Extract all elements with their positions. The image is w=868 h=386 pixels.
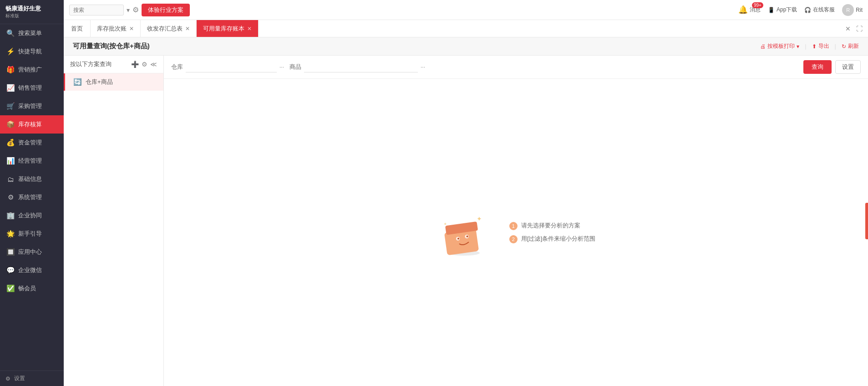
sidebar-label-vip: 畅会员 (18, 284, 36, 293)
search-input[interactable] (69, 5, 124, 15)
onboarding-icon: 🌟 (6, 230, 15, 238)
sidebar-label-system: 系统管理 (18, 193, 42, 201)
sidebar-item-search[interactable]: 🔍 搜索菜单 (0, 24, 64, 42)
filter-panel: 按以下方案查询 ➕ ⚙ ≪ 🔄 仓库+商品 (64, 56, 164, 386)
query-bar: 仓库 ··· 商品 ··· 查询 设置 (164, 56, 868, 79)
sidebar-item-system[interactable]: ⚙ 系统管理 (0, 188, 64, 206)
filter-config-button[interactable]: ⚙ (142, 61, 147, 68)
settings-button[interactable]: 设置 (835, 60, 861, 74)
print-button[interactable]: 🖨 按模板打印 ▾ (760, 42, 799, 50)
sidebar-item-basic-info[interactable]: 🗂 基础信息 (0, 170, 64, 188)
tab-label-receive-summary: 收发存汇总表 (147, 25, 183, 33)
sidebar-label-basic-info: 基础信息 (18, 175, 42, 183)
sidebar-item-onboarding[interactable]: 🌟 新手引导 (0, 225, 64, 243)
filter-add-button[interactable]: ➕ (131, 61, 139, 68)
filter-header: 按以下方案查询 ➕ ⚙ ≪ (64, 56, 163, 73)
sidebar-label-wechat: 企业微信 (18, 266, 42, 274)
sidebar-settings[interactable]: ⚙ 设置 (0, 371, 64, 386)
tip-text-1: 请先选择要分析的方案 (521, 221, 580, 230)
marketing-icon: 🎁 (6, 66, 15, 74)
main-content: 仓库 ··· 商品 ··· 查询 设置 (164, 56, 868, 386)
page-title: 可用量查询(按仓库+商品) (73, 42, 150, 51)
settings-topbar-icon[interactable]: ⚙ (132, 5, 139, 14)
dropdown-icon[interactable]: ▾ (127, 6, 130, 14)
sidebar-item-inventory[interactable]: 📦 库存核算 (0, 115, 64, 134)
tab-receive-summary[interactable]: 收发存汇总表✕ (141, 20, 197, 37)
app-label: App下载 (777, 6, 797, 14)
filter-scheme-item[interactable]: 🔄 仓库+商品 (64, 73, 163, 91)
warehouse-more-button[interactable]: ··· (279, 64, 284, 70)
industry-solution-button[interactable]: 体验行业方案 (142, 4, 190, 16)
sidebar-label-sales-mgmt: 销售管理 (18, 84, 42, 92)
empty-illustration: ✦ ✦ (437, 205, 491, 260)
sidebar-item-marketing[interactable]: 🎁 营销推广 (0, 61, 64, 79)
tab-close-all-button[interactable]: ✕ (843, 24, 853, 33)
sidebar-label-enterprise: 企业协同 (18, 211, 42, 220)
wechat-icon: 💬 (6, 266, 15, 274)
basic-info-icon: 🗂 (6, 175, 15, 183)
service-label: 在线客服 (813, 6, 835, 14)
sidebar-label-app-center: 应用中心 (18, 248, 42, 256)
operations-icon: 📊 (6, 157, 15, 165)
query-button[interactable]: 查询 (803, 60, 832, 74)
sidebar-item-enterprise[interactable]: 🏢 企业协同 (0, 206, 64, 225)
goods-more-button[interactable]: ··· (421, 64, 425, 70)
user-name: Rit (856, 7, 863, 13)
empty-tips: 1 请先选择要分析的方案 2 用[过滤]条件来缩小分析范围 (509, 221, 595, 243)
filter-collapse-button[interactable]: ≪ (150, 61, 157, 68)
enterprise-icon: 🏢 (6, 211, 15, 220)
print-chevron-icon: ▾ (797, 43, 799, 50)
refresh-label: 刷新 (848, 42, 859, 50)
sidebar-label-marketing: 营销推广 (18, 66, 42, 74)
sidebar-item-operations[interactable]: 📊 经营管理 (0, 152, 64, 170)
sidebar-item-shortcut[interactable]: ⚡ 快捷导航 (0, 42, 64, 61)
app-icon: 📱 (768, 7, 775, 13)
tab-close-batch-account[interactable]: ✕ (129, 26, 134, 32)
export-button[interactable]: ⬆ 导出 (812, 42, 829, 50)
app-center-icon: 🔲 (6, 248, 15, 256)
filter-scheme-icon: 🔄 (73, 78, 82, 86)
shortcut-icon: ⚡ (6, 47, 15, 56)
tab-batch-account[interactable]: 库存批次账✕ (91, 20, 141, 37)
empty-state: ✦ ✦ 1 请先选择要分析的方案 2 用[过滤]条件来缩小分析范围 (164, 79, 868, 386)
tab-close-receive-summary[interactable]: ✕ (185, 26, 190, 32)
tab-close-available-qty[interactable]: ✕ (247, 26, 252, 32)
sidebar-label-shortcut: 快捷导航 (18, 47, 42, 56)
print-icon: 🖨 (760, 43, 766, 50)
sidebar-item-app-center[interactable]: 🔲 应用中心 (0, 243, 64, 261)
goods-input[interactable] (304, 62, 418, 72)
sidebar-settings-label: 设置 (14, 375, 25, 382)
app-download-button[interactable]: 📱 App下载 (768, 6, 797, 14)
user-menu[interactable]: R Rit (842, 4, 863, 16)
export-label: 导出 (818, 42, 829, 50)
sidebar-label-purchase-mgmt: 采购管理 (18, 102, 42, 110)
topbar-left: ▾ ⚙ 体验行业方案 (69, 4, 735, 16)
warehouse-input[interactable] (186, 62, 277, 72)
tab-label-available-qty: 可用量库存账本 (203, 25, 244, 33)
tip-num-2: 2 (509, 235, 518, 243)
sidebar-label-inventory: 库存核算 (18, 120, 42, 129)
page-header-actions: 🖨 按模板打印 ▾ | ⬆ 导出 | ↻ 刷新 (760, 42, 859, 50)
online-service-button[interactable]: 🎧 在线客服 (804, 6, 835, 14)
topbar: ▾ ⚙ 体验行业方案 🔔 消息 99+ 📱 App下载 🎧 在线客服 R Rit (64, 0, 868, 20)
empty-svg: ✦ ✦ (437, 205, 491, 260)
tab-label-batch-account: 库存批次账 (97, 25, 127, 33)
separator1: | (805, 43, 806, 50)
sidebar-label-onboarding: 新手引导 (18, 230, 42, 238)
print-label: 按模板打印 (767, 42, 795, 50)
sidebar-item-finance[interactable]: 💰 资金管理 (0, 134, 64, 152)
search-icon: 🔍 (6, 29, 15, 37)
tab-home[interactable]: 首页 (64, 20, 91, 37)
notice-button[interactable]: 🔔 消息 99+ (738, 5, 761, 15)
sidebar-label-operations: 经营管理 (18, 157, 42, 165)
settings-icon: ⚙ (5, 376, 10, 382)
main-area: ▾ ⚙ 体验行业方案 🔔 消息 99+ 📱 App下载 🎧 在线客服 R Rit (64, 0, 868, 386)
sidebar-item-purchase-mgmt[interactable]: 🛒 采购管理 (0, 97, 64, 115)
sidebar-item-sales-mgmt[interactable]: 📈 销售管理 (0, 79, 64, 97)
sidebar-item-vip[interactable]: ✅ 畅会员 (0, 279, 64, 298)
refresh-button[interactable]: ↻ 刷新 (842, 42, 859, 50)
filter-scheme-label: 仓库+商品 (86, 78, 113, 86)
tab-available-qty[interactable]: 可用量库存账本✕ (197, 20, 259, 37)
tab-expand-button[interactable]: ⛶ (854, 24, 864, 33)
sidebar-item-wechat[interactable]: 💬 企业微信 (0, 261, 64, 279)
